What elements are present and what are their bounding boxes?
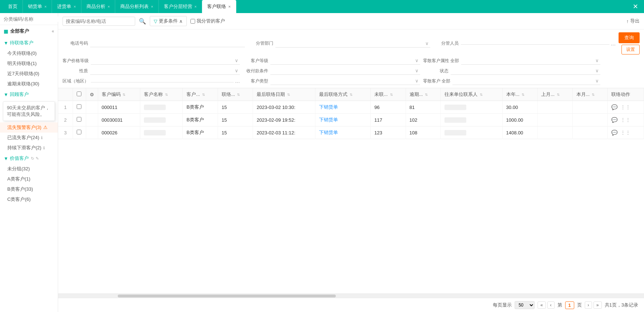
manager-select[interactable]: [461, 42, 609, 45]
horizontal-scrollbar[interactable]: [58, 293, 644, 298]
phone-input[interactable]: [90, 40, 245, 47]
action-chat-3[interactable]: 💬: [611, 130, 617, 135]
col-last-date[interactable]: 最后联络日期 ⇅: [253, 88, 315, 101]
my-customers-checkbox[interactable]: 我分管的客户: [190, 18, 225, 24]
col-overdue[interactable]: 逾期... ⇅: [406, 88, 440, 101]
sidebar-item-type-b[interactable]: B类客户(33): [0, 184, 58, 194]
sidebar-item-week-contact[interactable]: 近7天待联络(0): [0, 69, 58, 79]
next-page-button[interactable]: ›: [585, 301, 592, 309]
action-chat-2[interactable]: 💬: [611, 117, 617, 123]
sidebar-search-input[interactable]: [4, 16, 65, 22]
col-type[interactable]: 客户... ⇅: [183, 88, 218, 101]
payment-select[interactable]: ∨: [270, 67, 420, 75]
tab-customer-segment-close[interactable]: ×: [194, 4, 197, 9]
tab-analysis-table[interactable]: 商品分析列表 ×: [115, 0, 158, 13]
per-page-select[interactable]: 50 10 20 100: [515, 301, 535, 309]
row-check-2[interactable]: [77, 117, 81, 122]
contact-way-link-3[interactable]: 下销货单: [319, 130, 338, 135]
search-input[interactable]: [63, 17, 135, 26]
row-overdue-1: 81: [406, 101, 440, 114]
prev-page-button[interactable]: ‹: [547, 301, 555, 309]
retail-customer-select[interactable]: ∨: [452, 77, 600, 85]
action-more-2[interactable]: ⋮⋮: [620, 117, 631, 123]
price-level-select[interactable]: ∨: [91, 57, 240, 65]
tab-home[interactable]: 首页: [3, 0, 23, 13]
customer-level-select[interactable]: ∨: [270, 57, 420, 65]
more-conditions-button[interactable]: ▽ 更多条件 ∧: [150, 16, 187, 26]
row-date-1: 2023-03-02 10:30:: [253, 101, 315, 114]
sidebar-item-tomorrow-contact[interactable]: 明天待联络(1): [0, 58, 58, 69]
sidebar-item-today-contact[interactable]: 今天待联络(0): [0, 48, 58, 58]
settings-button[interactable]: 设置: [621, 45, 640, 54]
table-row: 3 000026 B类客户 15 2023-02-03 11:12: 下销货单 …: [58, 126, 644, 139]
select-all-checkbox[interactable]: [77, 92, 81, 96]
row-check-3[interactable]: [77, 130, 81, 134]
scrollbar-thumb[interactable]: [118, 295, 336, 297]
action-more-3[interactable]: ⋮⋮: [620, 130, 631, 135]
sidebar-item-overdue-contact[interactable]: 逾期未联络(30): [0, 79, 58, 89]
row-name-2: [140, 114, 183, 126]
refresh-icon[interactable]: ↻: [31, 156, 34, 161]
sort-icon-no-contact: ⇅: [390, 93, 393, 97]
col-unit-contact[interactable]: 往来单位联系人 ⇅: [441, 88, 503, 101]
collapse-button[interactable]: «: [52, 29, 54, 34]
status-select[interactable]: ∨: [451, 67, 600, 75]
tab-customer-contact[interactable]: 客户联络 ×: [202, 0, 236, 13]
col-this-year[interactable]: 本年... ⇅: [502, 88, 537, 101]
my-customers-check[interactable]: [190, 19, 195, 24]
tab-purchase[interactable]: 进货单 ×: [52, 0, 81, 13]
manager-dots-button[interactable]: ...: [611, 40, 616, 47]
tab-purchase-close[interactable]: ×: [73, 4, 76, 9]
tab-customer-contact-close[interactable]: ×: [228, 4, 230, 9]
col-code[interactable]: 客户编码 ⇅: [98, 88, 140, 101]
sidebar-section-review[interactable]: ▼ 回顾客户: [0, 89, 58, 100]
row-actions-3: 💬 ⋮⋮: [608, 126, 644, 139]
dept-select[interactable]: ∨: [275, 40, 430, 48]
nature-select[interactable]: ∨: [90, 67, 240, 75]
table-container: ⚙ 客户编码 ⇅ 客户名称 ⇅ 客户... ⇅: [58, 88, 644, 293]
last-page-button[interactable]: »: [593, 301, 602, 309]
sidebar-section-pending[interactable]: ▼ 待联络客户: [0, 37, 58, 48]
sidebar-section-value[interactable]: ▼ 价值客户 ↻ ✎: [0, 153, 58, 164]
region-select[interactable]: [91, 80, 234, 82]
retail-attr-select[interactable]: ∨: [461, 57, 600, 65]
sidebar-item-churn-warning[interactable]: 流失预警客户(3) ⚠: [0, 122, 58, 133]
first-page-button[interactable]: «: [538, 301, 546, 309]
tab-analysis-close[interactable]: ×: [108, 4, 110, 9]
sidebar-item-type-c[interactable]: C类客户(6): [0, 194, 58, 204]
contact-way-link-1[interactable]: 下销货单: [319, 104, 338, 110]
tab-sales-close[interactable]: ×: [44, 4, 47, 9]
table-settings-icon[interactable]: ⚙: [90, 92, 94, 97]
query-button[interactable]: 查询: [619, 32, 640, 43]
col-last-way[interactable]: 最后联络方式 ⇅: [315, 88, 371, 101]
row-contact-3: 15: [218, 126, 253, 139]
sidebar-root-item[interactable]: ▦ 全部客户 «: [0, 25, 58, 37]
sidebar-item-declining[interactable]: 持续下滑客户(2) ℹ: [0, 143, 58, 153]
chevron-down-icon: ∧: [179, 19, 183, 24]
contact-way-link-2[interactable]: 下销货单: [319, 117, 338, 122]
sidebar-item-type-a[interactable]: A类客户(1): [0, 174, 58, 184]
export-button[interactable]: ↑ 导出: [627, 18, 640, 24]
col-no-contact[interactable]: 未联... ⇅: [371, 88, 406, 101]
action-chat-1[interactable]: 💬: [611, 104, 617, 110]
sidebar-item-ungroup[interactable]: 未分组(32): [0, 164, 58, 174]
col-contact[interactable]: 联络... ⇅: [218, 88, 253, 101]
region-dots-button[interactable]: ...: [235, 78, 240, 84]
sidebar: 🔍 ▦ 全部客户 « ▼ 待联络客户 今天待联络(0) 明天待联络(1) 近7天…: [0, 13, 58, 312]
row-check-1[interactable]: [77, 104, 81, 109]
col-this-month[interactable]: 本月... ⇅: [572, 88, 607, 101]
action-more-1[interactable]: ⋮⋮: [620, 104, 631, 110]
export-icon: ↑: [627, 19, 629, 24]
col-last-month[interactable]: 上月... ⇅: [538, 88, 572, 101]
tab-analysis[interactable]: 商品分析 ×: [81, 0, 115, 13]
tab-analysis-table-close[interactable]: ×: [151, 4, 153, 9]
sidebar-item-churned[interactable]: 已流失客户(24) ℹ: [0, 133, 58, 143]
col-name[interactable]: 客户名称 ⇅: [140, 88, 183, 101]
customer-type-select[interactable]: ∨: [270, 77, 420, 85]
tab-customer-segment[interactable]: 客户分层经营 ×: [159, 0, 202, 13]
edit-icon[interactable]: ✎: [36, 156, 39, 161]
search-button[interactable]: 🔍: [139, 18, 146, 25]
window-close-button[interactable]: ✕: [630, 3, 641, 11]
main-layout: 🔍 ▦ 全部客户 « ▼ 待联络客户 今天待联络(0) 明天待联络(1) 近7天…: [0, 13, 644, 312]
tab-sales[interactable]: 销货单 ×: [23, 0, 52, 13]
